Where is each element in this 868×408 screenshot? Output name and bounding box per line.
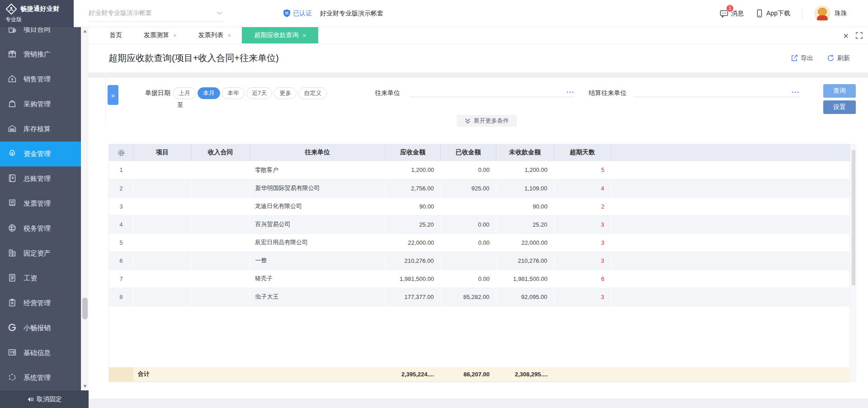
tab-overdue-receivables[interactable]: 超期应收款查询 × — [242, 27, 318, 43]
column-header-partner: 往来单位 — [250, 144, 385, 161]
tab-close-icon[interactable]: × — [228, 32, 231, 39]
account-name: 好业财专业版演示帐套 — [320, 9, 383, 18]
tab-home[interactable]: 首页 × — [99, 27, 133, 43]
table-row[interactable]: 3 龙迪日化有限公司 90.00 90.00 2 — [109, 197, 850, 215]
sidebar-item-sales[interactable]: 销售管理 — [0, 67, 81, 92]
table-row[interactable]: 8 虫子大王 177,377.00 85,282.00 92,095.00 3 — [109, 288, 850, 306]
table-row[interactable]: 5 辰宏日用品有限公司 22,000.00 0.00 22,000.00 3 — [109, 233, 850, 251]
refresh-icon — [827, 54, 835, 62]
cell-received: 925.00 — [440, 179, 496, 197]
total-row: 合计 2,395,224.... 86,207.00 2,308,295.... — [109, 367, 850, 382]
table-row[interactable]: 4 百兴贸易公司 25.20 0.00 25.20 3 — [109, 215, 850, 233]
cell-contract — [191, 251, 250, 270]
total-received: 86,207.00 — [440, 367, 496, 382]
tab-invoice-list[interactable]: 发票列表 × — [188, 27, 242, 43]
sidebar-scrollbar-thumb[interactable] — [82, 298, 88, 319]
sidebar-scrollbar[interactable] — [81, 27, 89, 390]
cell-overdue-days: 3 — [554, 233, 611, 251]
sidebar-item-purchase[interactable]: 采购管理 — [0, 92, 81, 117]
sidebar-item-general-ledger[interactable]: 总账管理 — [0, 166, 81, 191]
sidebar-item-xiaochang-expense[interactable]: 小畅报销 — [0, 316, 81, 341]
scroll-down-arrow-icon[interactable] — [83, 385, 87, 388]
column-header-filler — [611, 144, 850, 161]
close-icon[interactable]: × — [843, 31, 849, 40]
sidebar-item-marketing[interactable]: 营销推广 — [0, 42, 81, 67]
cell-contract — [191, 233, 250, 251]
cell-filler — [611, 288, 850, 306]
partner-input[interactable]: ··· — [410, 85, 575, 97]
cell-project — [133, 161, 191, 179]
tab-invoice-calc[interactable]: 发票测算 × — [133, 27, 188, 43]
payroll-doc-icon — [8, 273, 17, 284]
account-select-value: 好业财专业版演示帐套 — [89, 9, 152, 17]
table-row[interactable]: 6 一整 210,276.00 210,276.00 3 — [109, 251, 850, 270]
sidebar-item-basic-info[interactable]: 基础信息 — [0, 341, 81, 365]
tab-close-icon[interactable]: × — [302, 32, 306, 39]
scroll-up-arrow-icon[interactable] — [83, 30, 87, 33]
refresh-button[interactable]: 刷新 — [827, 54, 850, 62]
cell-received: 0.00 — [440, 270, 496, 288]
date-option-last-month[interactable]: 上月 — [173, 87, 196, 99]
date-option-last-7-days[interactable]: 近7天 — [246, 87, 272, 99]
cell-contract — [191, 197, 250, 215]
table-vertical-scrollbar[interactable] — [851, 144, 856, 382]
cell-overdue-days: 6 — [554, 270, 611, 288]
date-option-more[interactable]: 更多 — [274, 87, 297, 99]
partner-picker-ellipsis-icon[interactable]: ··· — [566, 89, 575, 95]
settings-button[interactable]: 设置 — [823, 100, 856, 114]
sidebar-item-operations[interactable]: 经营管理 — [0, 291, 81, 316]
app-root: 畅捷通好业财 专业版 好业财专业版演示帐套 已认证 好业财专业版演示帐套 1 消 — [0, 0, 868, 408]
cell-project — [133, 179, 191, 197]
table-row[interactable]: 2 新华明国际贸易有限公司 2,756.00 925.00 1,109.00 4 — [109, 179, 850, 197]
date-option-this-month[interactable]: 本月 — [198, 87, 220, 99]
sidebar-item-funds[interactable]: 资金管理 — [0, 142, 81, 166]
sidebar-item-tax[interactable]: 税务管理 — [0, 216, 81, 241]
total-label: 合计 — [133, 367, 191, 382]
sidebar-item-fixed-assets[interactable]: 固定资产 — [0, 241, 81, 266]
gift-icon — [8, 49, 17, 60]
bag-icon — [8, 99, 17, 109]
ledger-icon — [8, 174, 17, 184]
cell-receivable: 210,276.00 — [385, 251, 440, 270]
sidebar-item-invoice[interactable]: 发票管理 — [0, 191, 81, 216]
brand-logo: 畅捷通好业财 专业版 — [0, 0, 74, 27]
export-icon — [790, 54, 798, 62]
column-settings-header[interactable] — [109, 144, 133, 161]
row-index: 6 — [109, 251, 133, 270]
sidebar-item-project-contract[interactable]: 项目合同 — [0, 27, 81, 42]
verified-badge[interactable]: 已认证 好业财专业版演示帐套 — [283, 9, 383, 18]
table-header-row: 项目 收入合同 往来单位 应收金额 已收金额 未收款金额 超期天数 — [109, 144, 850, 161]
sidebar-item-payroll[interactable]: 工资 — [0, 266, 81, 291]
account-select[interactable]: 好业财专业版演示帐套 — [89, 5, 224, 22]
filter-collapse-button[interactable]: » — [108, 85, 118, 105]
table-row[interactable]: 7 猪壳子 1,981,500.00 0.00 1,981,500.00 6 — [109, 270, 850, 288]
user-menu[interactable]: 珠珠 — [814, 5, 847, 22]
query-button[interactable]: 查询 — [823, 84, 856, 98]
cell-partner: 辰宏日用品有限公司 — [250, 233, 385, 251]
cell-partner: 百兴贸易公司 — [250, 215, 385, 233]
gear-icon[interactable] — [118, 149, 125, 157]
fullscreen-icon[interactable] — [856, 32, 863, 39]
sidebar-item-inventory[interactable]: 库存核算 — [0, 117, 81, 142]
settle-partner-input[interactable]: ··· — [633, 85, 800, 97]
total-unreceived: 2,308,295.... — [496, 367, 554, 382]
messages-button[interactable]: 1 消息 — [720, 9, 744, 18]
money-bag-icon — [8, 149, 17, 159]
cell-received — [440, 251, 496, 270]
sidebar-item-system[interactable]: 系统管理 — [0, 365, 81, 390]
date-option-this-year[interactable]: 本年 — [222, 87, 245, 99]
row-index: 2 — [109, 179, 133, 197]
export-label: 导出 — [801, 54, 813, 62]
sidebar-unpin-button[interactable]: 取消固定 — [0, 390, 89, 408]
settle-partner-picker-ellipsis-icon[interactable]: ··· — [792, 89, 800, 95]
main-content: 首页 × 发票测算 × 发票列表 × 超期应收款查询 × × — [89, 27, 868, 408]
date-option-custom[interactable]: 自定义 — [298, 87, 327, 99]
expand-more-conditions[interactable]: 展开更多条件 — [457, 115, 517, 127]
app-download-button[interactable]: App下载 — [755, 9, 790, 18]
table-row[interactable]: 1 零散客户 1,200.00 0.00 1,200.00 5 — [109, 161, 850, 179]
user-avatar — [814, 5, 830, 22]
export-button[interactable]: 导出 — [790, 54, 813, 62]
table-scrollbar-thumb[interactable] — [852, 150, 855, 285]
column-header-project: 项目 — [133, 144, 191, 161]
tab-close-icon[interactable]: × — [173, 32, 177, 39]
